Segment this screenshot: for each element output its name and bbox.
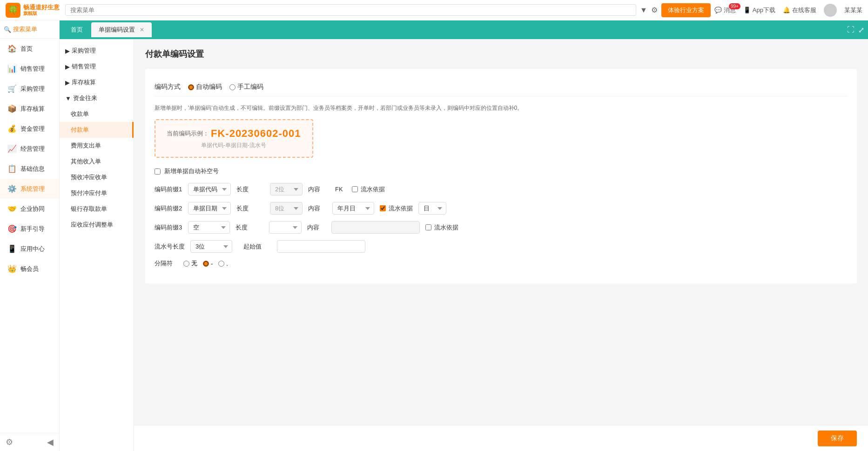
page-title: 付款单编码设置 [145, 48, 857, 60]
sidebar-item-newbie[interactable]: 🎯 新手引导 [0, 219, 59, 239]
sub-menu-item-bank[interactable]: 银行存取款单 [60, 201, 134, 217]
auto-code-radio[interactable]: 自动编码 [188, 83, 222, 91]
length3-label: 长度 [236, 223, 263, 232]
content2-select[interactable]: 年月日 [332, 202, 374, 215]
sidebar-item-app-center[interactable]: 📱 应用中心 [0, 239, 59, 259]
sep-dot-label: . [226, 260, 228, 267]
sep-dot-input[interactable] [218, 261, 224, 267]
content3-input[interactable] [331, 221, 420, 234]
purchase-icon: 🛒 [7, 84, 17, 93]
stream3-checkbox-item[interactable]: 流水依据 [425, 223, 458, 232]
sub-menu-header-capital[interactable]: ▼ 资金往来 [60, 90, 134, 106]
length1-select[interactable]: 2位 [270, 183, 303, 195]
message-item[interactable]: 💬 消息 99+ [714, 6, 736, 14]
sub-menu-item-payment[interactable]: 付款单 [60, 122, 134, 138]
sep-dash-input[interactable] [203, 261, 209, 267]
prefix3-select[interactable]: 空 [188, 221, 230, 234]
sidebar-search[interactable]: 🔍 搜索菜单 [0, 20, 59, 39]
member-icon: 👑 [7, 264, 17, 273]
sub-menu-item-prepaid-offset[interactable]: 预收冲应收单 [60, 169, 134, 185]
save-button[interactable]: 保存 [818, 431, 857, 446]
form-row-prefix3: 编码前缀3 空 长度 内容 流水 [155, 221, 848, 234]
start-value-input[interactable]: 1 [277, 240, 365, 253]
tab-fullscreen-icon[interactable]: ⤢ [858, 26, 864, 34]
length2-select[interactable]: 8位 [270, 202, 303, 215]
sub-menu-item-expense[interactable]: 费用支出单 [60, 138, 134, 154]
sub-menu-item-receipt[interactable]: 收款单 [60, 106, 134, 122]
sidebar-item-home[interactable]: 🏠 首页 [0, 39, 59, 59]
sidebar-label-purchase: 采购管理 [20, 85, 45, 93]
sub-menu-label-purchase: 采购管理 [72, 47, 96, 55]
settings-gear-button[interactable]: ⚙ [651, 6, 658, 14]
sidebar-label-operation: 经营管理 [20, 145, 45, 153]
tab-close-icon[interactable]: ✕ [140, 27, 144, 33]
auto-fill-checkbox[interactable] [155, 168, 161, 175]
sep-none-radio[interactable]: 无 [183, 259, 197, 268]
manual-code-radio[interactable]: 手工编码 [229, 83, 263, 91]
manual-code-label: 手工编码 [237, 83, 263, 91]
sidebar-item-corp[interactable]: 🤝 企业协同 [0, 199, 59, 219]
sidebar-item-inventory[interactable]: 📦 库存核算 [0, 99, 59, 119]
sub-menu-item-other-income[interactable]: 其他收入单 [60, 154, 134, 169]
manual-code-input[interactable] [229, 84, 236, 90]
start-value-label: 起始值 [243, 242, 271, 251]
prefix2-select[interactable]: 单据日期 [188, 202, 231, 215]
app-download-item[interactable]: 📱 App下载 [743, 6, 775, 14]
stream2-checkbox[interactable] [380, 205, 386, 211]
sidebar-label-system: 系统管理 [20, 185, 45, 193]
example-desc: 单据代码-单据日期-流水号 [167, 141, 301, 149]
chevron-right-icon2: ▶ [65, 63, 70, 70]
online-service-item[interactable]: 🔔 在线客服 [783, 6, 816, 14]
chevron-right-icon: ▶ [65, 47, 70, 54]
stream3-label: 流水依据 [434, 223, 458, 232]
main-content: 付款单编码设置 编码方式 自动编码 [134, 39, 868, 425]
sales-icon: 📊 [7, 64, 17, 73]
stream3-checkbox[interactable] [425, 224, 431, 230]
tab-code-settings[interactable]: 单据编码设置 ✕ [91, 22, 152, 37]
footer-collapse-icon[interactable]: ◀ [47, 437, 54, 447]
sidebar-search-label: 搜索菜单 [13, 25, 37, 34]
sidebar-item-system[interactable]: ⚙️ 系统管理 [0, 179, 59, 199]
sidebar-item-sales[interactable]: 📊 销售管理 [0, 59, 59, 79]
user-avatar[interactable] [824, 4, 837, 17]
app-download-label: App下载 [753, 6, 775, 14]
sidebar-label-corp: 企业协同 [20, 205, 45, 213]
sidebar-item-operation[interactable]: 📈 经营管理 [0, 139, 59, 159]
prefix1-select[interactable]: 单据代码 [188, 183, 231, 195]
sidebar-item-member[interactable]: 👑 畅会员 [0, 259, 59, 279]
top-bar: 🍀 畅通道好生意 旗舰版 ▼ ⚙ 体验行业方案 💬 消息 99+ 📱 App下载… [0, 0, 868, 20]
stream2-unit-select[interactable]: 日 [418, 202, 446, 215]
search-input[interactable] [65, 4, 636, 16]
footer-gear-icon[interactable]: ⚙ [6, 437, 13, 447]
stream2-checkbox-item[interactable]: 流水依据 [380, 204, 413, 213]
online-service-label: 在线客服 [792, 6, 816, 14]
sub-menu-item-adjustment[interactable]: 应收应付调整单 [60, 217, 134, 233]
example-code: FK-20230602-001 [211, 128, 301, 140]
auto-code-input[interactable] [188, 84, 194, 90]
example-label: 当前编码示例： [167, 129, 209, 138]
sep-dash-radio[interactable]: - [203, 260, 213, 267]
stream1-checkbox-item[interactable]: 流水依据 [352, 185, 385, 194]
content1-label: 内容 [308, 185, 327, 194]
stream1-checkbox[interactable] [352, 186, 358, 192]
tab-expand-icon[interactable]: ⛶ [847, 26, 855, 34]
sidebar-item-basic[interactable]: 📋 基础信息 [0, 159, 59, 179]
sub-menu-item-advance-offset[interactable]: 预付冲应付单 [60, 185, 134, 201]
sep-dot-radio[interactable]: . [218, 260, 228, 267]
inventory-icon: 📦 [7, 104, 17, 113]
sidebar-item-purchase[interactable]: 🛒 采购管理 [0, 79, 59, 99]
sidebar-label-basic: 基础信息 [20, 165, 45, 173]
experience-button[interactable]: 体验行业方案 [661, 3, 711, 17]
sidebar-item-finance[interactable]: 💰 资金管理 [0, 119, 59, 139]
sub-menu-header-inventory[interactable]: ▶ 库存核算 [60, 74, 134, 90]
length3-select[interactable] [269, 221, 302, 234]
sub-menu-header-purchase[interactable]: ▶ 采购管理 [60, 43, 134, 59]
sep-none-input[interactable] [183, 261, 189, 267]
sub-menu-header-sales[interactable]: ▶ 销售管理 [60, 59, 134, 74]
corp-icon: 🤝 [7, 204, 17, 213]
serial-length-select[interactable]: 3位 [190, 240, 232, 253]
sub-menu-group-sales: ▶ 销售管理 [60, 59, 134, 74]
dropdown-arrow-button[interactable]: ▼ [640, 6, 647, 14]
system-icon: ⚙️ [7, 184, 17, 193]
tab-home[interactable]: 首页 [63, 22, 90, 37]
